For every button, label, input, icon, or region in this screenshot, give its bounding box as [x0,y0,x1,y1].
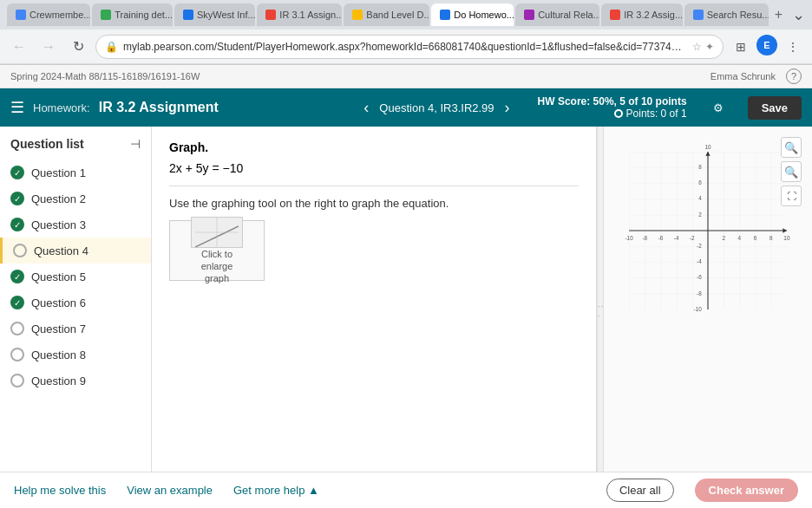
reload-button[interactable]: ↻ [66,35,90,59]
sidebar-item-q4[interactable]: Question 4 [0,238,151,264]
x-label-4: 4 [738,235,742,241]
q6-label: Question 6 [31,296,86,309]
sidebar-item-q5[interactable]: ✓ Question 5 [0,264,151,290]
zoom-out-button[interactable]: 🔍 [781,161,802,182]
y-label-neg10: -10 [694,306,703,312]
graph-thumbnail[interactable]: Click to enlarge graph [169,220,265,281]
bookmark-icon[interactable]: ☆ [692,41,702,53]
drag-handle[interactable]: · · · [597,127,604,496]
view-example-button[interactable]: View an example [127,484,213,497]
extensions-button[interactable]: ⊞ [729,35,753,59]
sidebar-item-q8[interactable]: Question 8 [0,342,151,368]
tab-label: Do Homewo... [454,10,514,20]
tab-skywest[interactable]: SkyWest Inf... ✕ [174,3,255,26]
tab-label: Search Resu... [707,10,769,20]
question-panel: Graph. 2x + 5y = −10 Use the graphing to… [152,127,597,496]
tab-cultural[interactable]: Cultural Rela... ✕ [515,3,599,26]
tab-label: IR 3.2 Assig... [624,10,683,20]
back-button[interactable]: ← [7,35,31,59]
y-label-neg8: -8 [697,290,702,296]
thumbnail-image [191,217,243,248]
save-button[interactable]: Save [748,96,802,120]
expand-button[interactable]: ⛶ [781,186,802,206]
tab-label: SkyWest Inf... [197,10,255,20]
empty-icon-q9 [10,374,24,388]
nav-bar: ← → ↻ 🔒 mylab.pearson.com/Student/Player… [0,29,812,64]
collapse-sidebar-button[interactable]: ⊣ [130,137,141,151]
app-header: ☰ Homework: IR 3.2 Assignment ‹ Question… [0,88,812,127]
y-label-neg2: -2 [697,243,702,249]
clear-all-button[interactable]: Clear all [606,479,674,502]
profile-button[interactable]: E [756,35,777,55]
q8-label: Question 8 [31,348,86,361]
prev-question-button[interactable]: ‹ [358,97,374,119]
lock-icon: 🔒 [105,41,118,53]
tab-bar: Crewmembe... ✕ Training det... ✕ SkyWest… [0,0,812,29]
tab-favicon [16,10,26,20]
settings-button[interactable]: ⚙ [704,94,732,121]
forward-button[interactable]: → [36,35,61,59]
subheader-bar: Spring 2024-Math 88/115-16189/16191-16W … [0,65,812,88]
drag-dots-icon: · · · [598,302,603,321]
active-icon-q4 [13,244,27,257]
check-icon-q2: ✓ [10,192,24,205]
main-layout: Question list ⊣ ✓ Question 1 ✓ Question … [0,127,812,496]
thumbnail-svg [195,218,239,247]
thumbnail-caption: Click to enlarge graph [201,248,233,285]
check-answer-button[interactable]: Check answer [695,479,798,502]
x-label-neg2: -2 [690,235,695,241]
question-nav: ‹ Question 4, IR3.IR2.99 › [358,97,514,119]
y-label-top: 10 [704,144,711,150]
instruction-text: Use the graphing tool on the right to gr… [169,197,579,210]
coordinate-graph[interactable]: -10 -8 -6 -4 -2 2 4 6 8 10 8 6 4 2 -2 -4… [621,144,795,317]
q5-label: Question 5 [31,270,86,283]
get-more-help-button[interactable]: Get more help ▲ [233,484,319,497]
y-label-2: 2 [698,212,702,218]
tab-homework-active[interactable]: Do Homewo... ✕ [431,3,514,26]
check-icon-q6: ✓ [10,296,24,309]
x-label-neg10: -10 [625,235,633,241]
tab-favicon [610,10,620,20]
sidebar-item-q1[interactable]: ✓ Question 1 [0,160,151,186]
star-icon[interactable]: ✦ [705,41,714,53]
points-row: Points: 0 of 1 [614,107,687,120]
menu-icon[interactable]: ☰ [10,98,24,117]
next-question-button[interactable]: › [500,97,515,119]
sidebar-item-q3[interactable]: ✓ Question 3 [0,212,151,238]
tab-band[interactable]: Band Level D... ✕ [344,3,429,26]
more-button[interactable]: ⋮ [781,35,805,59]
question-type-label: Graph. [169,140,579,154]
x-label-6: 6 [754,235,757,241]
question-label: Question 4, IR3.IR2.99 [379,101,494,114]
help-me-solve-button[interactable]: Help me solve this [14,484,106,497]
sidebar-item-q2[interactable]: ✓ Question 2 [0,186,151,212]
tab-crewmembe[interactable]: Crewmembe... ✕ [7,3,90,26]
x-label-neg8: -8 [642,235,647,241]
points-circle-icon [614,109,623,118]
tab-search[interactable]: Search Resu... ✕ [684,3,769,26]
tab-label: Training det... [115,10,173,20]
sidebar-item-q9[interactable]: Question 9 [0,368,151,394]
new-tab-button[interactable]: + [770,3,787,26]
zoom-in-button[interactable]: 🔍 [781,137,802,158]
user-name: Emma Schrunk [710,71,776,81]
tab-label: Crewmembe... [29,10,90,20]
graph-toolbar: 🔍 🔍 ⛶ [781,137,802,206]
y-label-neg4: -4 [697,258,702,264]
sidebar-item-q7[interactable]: Question 7 [0,316,151,342]
tab-ir32[interactable]: IR 3.2 Assig... ✕ [601,3,683,26]
tab-favicon [352,10,363,20]
divider [169,186,579,186]
empty-icon-q8 [10,348,24,361]
bottom-bar: Help me solve this View an example Get m… [0,472,812,508]
tab-overflow-button[interactable]: ⌄ [792,5,805,24]
tab-favicon [693,10,704,20]
tab-ir31[interactable]: IR 3.1 Assign... ✕ [257,3,342,26]
address-bar[interactable]: 🔒 mylab.pearson.com/Student/PlayerHomewo… [95,35,724,59]
help-icon[interactable]: ? [786,68,802,84]
tab-training[interactable]: Training det... ✕ [92,3,173,26]
sidebar-item-q6[interactable]: ✓ Question 6 [0,290,151,316]
course-label: Spring 2024-Math 88/115-16189/16191-16W [10,71,200,81]
graph-area: 🔍 🔍 ⛶ -10 -8 -6 -4 -2 2 4 [604,127,812,496]
tab-favicon [524,10,534,20]
